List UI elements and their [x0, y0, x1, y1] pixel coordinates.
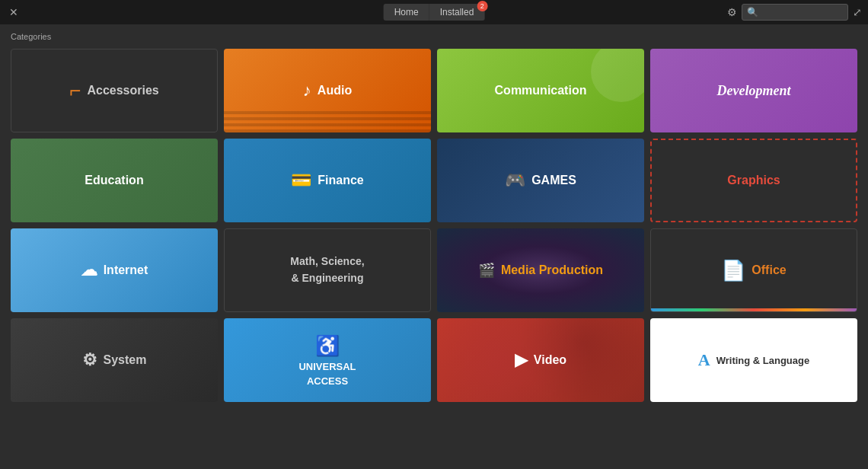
card-finance[interactable]: 💳 Finance — [224, 139, 431, 222]
search-box[interactable]: 🔍 — [742, 4, 848, 21]
card-writing-label: A Writing & Language — [698, 350, 809, 370]
card-writing[interactable]: A Writing & Language — [650, 318, 857, 402]
card-accessories-label: ⌐ Accessories — [69, 79, 158, 103]
card-audio[interactable]: ♪ Audio — [224, 49, 431, 132]
media-icon: 🎬 — [478, 262, 495, 279]
card-universal-label: ♿ UNIVERSAL ACCESS — [298, 334, 356, 387]
card-media[interactable]: 🎬 Media Production — [437, 228, 644, 312]
card-office[interactable]: 📄 Office — [650, 228, 857, 312]
card-audio-label: ♪ Audio — [303, 81, 352, 100]
maximize-icon[interactable]: ⤢ — [853, 6, 862, 18]
card-video-label: ▶ Video — [515, 350, 566, 370]
card-internet-label: ☁ Internet — [81, 260, 148, 280]
titlebar: ✕ Home Installed 2 ⚙ 🔍 ⤢ — [0, 0, 868, 24]
titlebar-left: ✕ — [6, 6, 21, 18]
search-icon: 🔍 — [747, 7, 758, 18]
audio-icon: ♪ — [303, 81, 311, 100]
card-video[interactable]: ▶ Video — [437, 318, 644, 402]
card-math-label: Math, Science, & Engineering — [290, 254, 364, 286]
close-icon[interactable]: ✕ — [6, 6, 21, 18]
installed-button[interactable]: Installed 2 — [429, 4, 485, 21]
card-internet[interactable]: ☁ Internet — [11, 228, 218, 312]
universal-icon: ♿ — [315, 334, 340, 358]
card-office-label: 📄 Office — [721, 259, 786, 282]
titlebar-right: ⚙ 🔍 ⤢ — [727, 4, 862, 21]
card-finance-label: 💳 Finance — [291, 171, 363, 190]
system-icon: ⚙ — [82, 350, 97, 370]
home-button[interactable]: Home — [384, 4, 429, 21]
accessories-icon: ⌐ — [69, 79, 81, 103]
categories-label: Categories — [11, 32, 857, 41]
card-graphics[interactable]: Graphics — [650, 139, 857, 222]
categories-grid: ⌐ Accessories ♪ Audio Communication Deve… — [11, 49, 857, 402]
card-communication[interactable]: Communication — [437, 49, 644, 132]
office-icon: 📄 — [721, 259, 745, 282]
card-media-label: 🎬 Media Production — [478, 262, 603, 279]
card-universal-access[interactable]: ♿ UNIVERSAL ACCESS — [224, 318, 431, 402]
card-education-label: Education — [85, 174, 143, 187]
internet-icon: ☁ — [81, 260, 97, 280]
search-input[interactable] — [761, 7, 843, 18]
installed-badge: 2 — [477, 1, 487, 11]
card-system-label: ⚙ System — [82, 350, 147, 370]
card-accessories[interactable]: ⌐ Accessories — [11, 49, 218, 132]
card-education[interactable]: Education — [11, 139, 218, 222]
card-graphics-label: Graphics — [727, 174, 780, 187]
games-icon: 🎮 — [505, 171, 525, 190]
card-games[interactable]: 🎮 GAMES — [437, 139, 644, 222]
card-communication-label: Communication — [495, 84, 587, 97]
card-development[interactable]: Development — [650, 49, 857, 132]
card-games-label: 🎮 GAMES — [505, 171, 576, 190]
finance-icon: 💳 — [291, 171, 311, 190]
video-icon: ▶ — [515, 350, 528, 370]
titlebar-nav: Home Installed 2 — [384, 4, 485, 21]
card-math[interactable]: Math, Science, & Engineering — [224, 228, 431, 312]
card-system[interactable]: ⚙ System — [11, 318, 218, 402]
main-content: Categories ⌐ Accessories ♪ Audio Communi… — [0, 24, 868, 410]
writing-icon: A — [698, 350, 710, 370]
settings-icon[interactable]: ⚙ — [727, 6, 737, 18]
card-development-label: Development — [717, 83, 791, 99]
